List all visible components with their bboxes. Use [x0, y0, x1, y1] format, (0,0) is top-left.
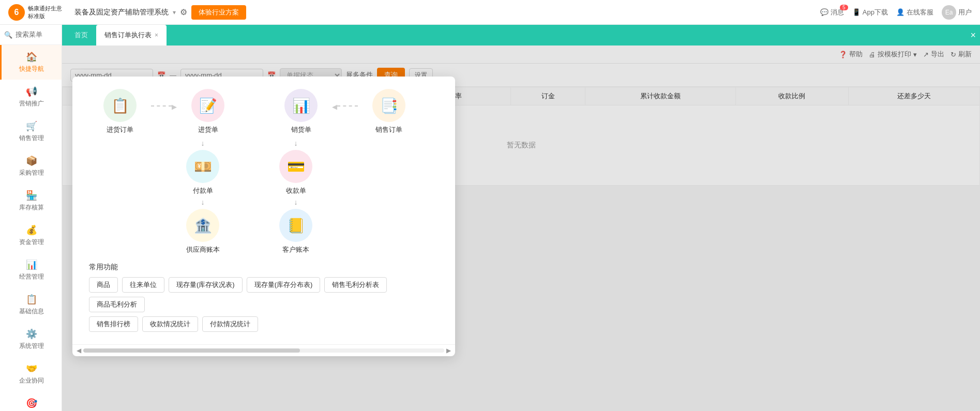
arrow-po-down: ↓ [201, 199, 205, 206]
system-icon: ⚙️ [26, 328, 37, 340]
workflow-payment-out[interactable]: 💴 付款单 [172, 150, 234, 195]
scroll-right-icon[interactable]: ▶ [446, 347, 451, 354]
tab-close-icon[interactable]: × [155, 32, 158, 39]
arrow-rc-down: ↓ [294, 199, 298, 206]
workflow-receipt[interactable]: 💳 收款单 [265, 150, 327, 195]
workflow-customer-ledger[interactable]: 📒 客户账本 [265, 209, 327, 254]
sidebar-item-system[interactable]: ⚙️ 系统管理 [0, 322, 62, 357]
func-btn-receipt-stats[interactable]: 收款情况统计 [142, 316, 198, 332]
sales-order-icon: 📑 [380, 97, 398, 114]
receipt-label: 收款单 [286, 186, 306, 195]
sidebar-item-guide[interactable]: 🎯 新手引导 [0, 391, 62, 411]
function-buttons-row1: 商品 往来单位 现存量(库存状况表) 现存量(库存分布表) 销售毛利分析表 商品… [89, 277, 439, 312]
arrow-po-to-pb: ▶ [151, 103, 177, 111]
arrow-pb-down: ↓ [201, 140, 205, 147]
tab-sales-order-execution[interactable]: 销售订单执行表 × [96, 25, 167, 45]
func-btn-stock-dist[interactable]: 现存量(库存分布表) [247, 277, 321, 293]
common-functions: 常用功能 商品 往来单位 现存量(库存状况表) 现存量(库存分布表) 销售毛利分… [89, 263, 439, 332]
sidebar-item-enterprise[interactable]: 🤝 企业协同 [0, 357, 62, 391]
tab-home[interactable]: 首页 [66, 25, 96, 45]
receipt-icon: 💳 [287, 158, 305, 175]
customer-ledger-icon: 📒 [287, 217, 305, 234]
func-btn-product[interactable]: 商品 [89, 277, 118, 293]
modal-overlay[interactable]: 📋 进货订单 ▶ [62, 45, 980, 411]
sidebar-item-sales[interactable]: 🛒 销售管理 [0, 114, 62, 149]
sales-order-circle: 📑 [372, 89, 405, 122]
payment-out-icon: 💴 [194, 158, 212, 175]
system-title: 装备及固定资产辅助管理系统 [74, 8, 169, 17]
func-btn-payment-stats[interactable]: 付款情况统计 [202, 316, 258, 332]
finance-icon: 💰 [26, 224, 37, 236]
sidebar: 🔍 搜索菜单 🏠 快捷导航 📢 营销推广 🛒 销售管理 📦 采购管理 🏪 库存核… [0, 25, 62, 411]
settings-gear-button[interactable]: ⚙ [180, 7, 187, 17]
purchase-bill-icon: 📝 [199, 97, 217, 114]
common-functions-title: 常用功能 [89, 263, 439, 272]
func-btn-product-margin[interactable]: 商品毛利分析 [89, 297, 145, 312]
workflow-modal: 📋 进货订单 ▶ [72, 77, 455, 356]
sidebar-item-purchase[interactable]: 📦 采购管理 [0, 149, 62, 184]
search-icon: 🔍 [4, 31, 12, 39]
system-title-area: 装备及固定资产辅助管理系统 ▾ ⚙ 体验行业方案 [74, 5, 820, 20]
modal-body: 📋 进货订单 ▶ [72, 77, 455, 344]
arrow-so-to-sb: ◀ [332, 103, 358, 111]
top-bar-right: 💬 消息 5 📱 App下载 👤 在线客服 Ea 用户 [820, 5, 972, 20]
purchase-icon: 📦 [26, 155, 37, 166]
arrow-sb-down: ↓ [294, 140, 298, 147]
scroll-left-icon[interactable]: ◀ [77, 347, 81, 354]
inventory-icon: 🏪 [26, 190, 37, 201]
payment-out-circle: 💴 [186, 150, 219, 183]
func-btn-sales-rank[interactable]: 销售排行榜 [89, 316, 138, 332]
app-download-button[interactable]: 📱 App下载 [852, 8, 888, 17]
purchase-bill-circle: 📝 [191, 89, 224, 122]
search-menu-button[interactable]: 🔍 搜索菜单 [0, 25, 62, 45]
customer-ledger-circle: 📒 [279, 209, 312, 242]
user-menu[interactable]: Ea 用户 [942, 5, 972, 20]
service-icon: 👤 [896, 8, 904, 16]
sales-order-label: 销售订单 [375, 125, 402, 134]
enterprise-icon: 🤝 [26, 363, 37, 374]
logo-text: 畅康通好生意 标准版 [28, 5, 62, 20]
operations-icon: 📊 [26, 259, 37, 270]
purchase-order-circle: 📋 [103, 89, 137, 122]
window-close-button[interactable]: × [970, 30, 976, 41]
sidebar-item-basic-info[interactable]: 📋 基础信息 [0, 287, 62, 322]
purchase-bill-label: 进货单 [198, 125, 218, 134]
basic-info-icon: 📋 [26, 294, 37, 305]
func-btn-sales-margin[interactable]: 销售毛利分析表 [324, 277, 387, 293]
sales-bill-label: 销货单 [291, 125, 311, 134]
supplier-ledger-label: 供应商账本 [186, 245, 220, 254]
func-btn-counterparty[interactable]: 往来单位 [122, 277, 164, 293]
sidebar-item-inventory[interactable]: 🏪 库存核算 [0, 184, 62, 218]
avatar: Ea [942, 5, 956, 20]
scrollbar-track[interactable] [83, 348, 444, 353]
message-button[interactable]: 💬 消息 5 [820, 8, 844, 17]
workflow-purchase-order[interactable]: 📋 进货订单 [89, 89, 151, 134]
purchase-order-label: 进货订单 [107, 125, 133, 134]
customer-ledger-label: 客户账本 [282, 245, 309, 254]
workflow-supplier-ledger[interactable]: 🏦 供应商账本 [172, 209, 234, 254]
content-area: ❓ 帮助 🖨 按模板打印 ▾ ↗ 导出 ↻ 刷新 [62, 45, 980, 411]
workflow-purchase-bill[interactable]: 📝 进货单 [177, 89, 239, 134]
logo: 6 畅康通好生意 标准版 [8, 4, 70, 21]
marketing-icon: 📢 [26, 86, 37, 97]
sidebar-item-quick-nav[interactable]: 🏠 快捷导航 [0, 45, 62, 80]
main-content: 首页 销售订单执行表 × × ❓ 帮助 🖨 按模板打印 ▾ [62, 25, 980, 411]
payment-out-label: 付款单 [193, 186, 213, 195]
top-bar: 6 畅康通好生意 标准版 装备及固定资产辅助管理系统 ▾ ⚙ 体验行业方案 💬 … [0, 0, 980, 25]
workflow-sales-order[interactable]: 📑 销售订单 [358, 89, 420, 134]
title-arrow-icon[interactable]: ▾ [173, 9, 176, 16]
home-icon: 🏠 [26, 51, 37, 63]
online-service-button[interactable]: 👤 在线客服 [896, 8, 933, 17]
sidebar-item-marketing[interactable]: 📢 营销推广 [0, 80, 62, 114]
tab-bar: 首页 销售订单执行表 × × [62, 25, 980, 45]
phone-icon: 📱 [852, 8, 861, 16]
workflow-sales-bill[interactable]: 📊 销货单 [270, 89, 332, 134]
sidebar-item-finance[interactable]: 💰 资金管理 [0, 218, 62, 253]
message-badge: 5 [840, 5, 848, 10]
scrollbar-thumb [83, 348, 300, 353]
experience-button[interactable]: 体验行业方案 [191, 5, 246, 20]
sales-icon: 🛒 [26, 120, 37, 132]
logo-icon: 6 [8, 4, 25, 21]
func-btn-stock-status[interactable]: 现存量(库存状况表) [169, 277, 243, 293]
sidebar-item-operations[interactable]: 📊 经营管理 [0, 253, 62, 287]
